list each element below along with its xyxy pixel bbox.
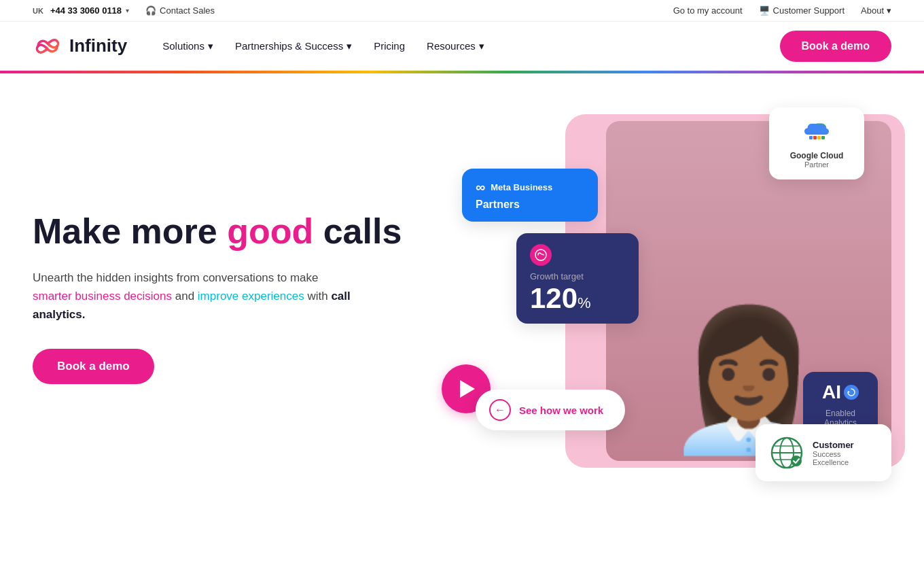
meta-partners-label: Partners bbox=[476, 198, 584, 211]
see-how-label: See how we work bbox=[519, 405, 603, 416]
svg-rect-2 bbox=[817, 136, 821, 139]
hero-section: Make more good calls Unearth the hidden … bbox=[0, 73, 924, 522]
hero-title: Make more good calls bbox=[33, 211, 462, 252]
solutions-chevron-icon: ▾ bbox=[208, 40, 213, 52]
see-how-badge[interactable]: ← See how we work bbox=[476, 390, 625, 430]
hero-book-demo-button[interactable]: Book a demo bbox=[33, 349, 154, 384]
subtitle-link2: improve experiences bbox=[198, 290, 304, 303]
top-bar: UK +44 33 3060 0118 ▾ 🎧 Contact Sales Go… bbox=[0, 0, 924, 22]
subtitle-plain3: with bbox=[304, 290, 332, 303]
ai-top: AI bbox=[813, 381, 868, 403]
support-icon: 🖥️ bbox=[759, 5, 770, 16]
top-bar-right: Go to my account 🖥️ Customer Support Abo… bbox=[673, 5, 891, 16]
nav-left: Infinity Solutions ▾ Partnerships & Succ… bbox=[33, 31, 493, 61]
pricing-label: Pricing bbox=[374, 40, 405, 52]
ai-cycle-icon bbox=[844, 385, 859, 400]
play-icon bbox=[460, 380, 475, 398]
phone-number: +44 33 3060 0118 bbox=[50, 5, 122, 16]
subtitle-plain2: and bbox=[172, 290, 198, 303]
google-cloud-badge: Google Cloud Partner bbox=[769, 107, 864, 179]
customer-title: Customer bbox=[813, 440, 878, 450]
customer-support-link[interactable]: 🖥️ Customer Support bbox=[759, 5, 845, 16]
go-to-account-link[interactable]: Go to my account bbox=[673, 5, 743, 16]
ai-enabled-label: Enabled bbox=[813, 409, 868, 418]
resources-chevron-icon: ▾ bbox=[479, 40, 484, 52]
growth-target-badge: Growth target 120% bbox=[516, 233, 639, 324]
hero-title-end: calls bbox=[313, 211, 402, 251]
logo-icon bbox=[33, 31, 63, 61]
hero-image-container: Google Cloud Partner ∞ Meta Business Par… bbox=[462, 101, 891, 495]
phone-group[interactable]: UK +44 33 3060 0118 ▾ bbox=[33, 5, 129, 16]
partnerships-chevron-icon: ▾ bbox=[346, 40, 352, 52]
about-chevron-icon: ▾ bbox=[887, 5, 891, 16]
pricing-link[interactable]: Pricing bbox=[366, 35, 413, 57]
svg-rect-1 bbox=[813, 136, 817, 139]
contact-sales-link[interactable]: 🎧 Contact Sales bbox=[145, 5, 215, 16]
nav-book-demo-button[interactable]: Book a demo bbox=[780, 31, 891, 62]
svg-rect-0 bbox=[809, 136, 813, 139]
google-cloud-logo bbox=[800, 118, 834, 145]
hero-right: Google Cloud Partner ∞ Meta Business Par… bbox=[462, 101, 891, 495]
svg-rect-3 bbox=[821, 136, 825, 139]
about-menu[interactable]: About ▾ bbox=[861, 5, 891, 16]
ai-text: AI bbox=[822, 381, 841, 403]
resources-label: Resources bbox=[427, 40, 476, 52]
svg-point-11 bbox=[791, 456, 802, 466]
partnerships-label: Partnerships & Success bbox=[235, 40, 343, 52]
solutions-label: Solutions bbox=[162, 40, 205, 52]
svg-point-4 bbox=[535, 250, 546, 260]
top-bar-left: UK +44 33 3060 0118 ▾ 🎧 Contact Sales bbox=[33, 5, 215, 16]
google-cloud-title: Google Cloud bbox=[783, 151, 851, 160]
growth-percent: % bbox=[578, 294, 591, 311]
customer-sub: Success Excellence bbox=[813, 450, 878, 466]
phone-chevron-icon: ▾ bbox=[126, 7, 129, 14]
hero-subtitle: Unearth the hidden insights from convers… bbox=[33, 269, 359, 324]
growth-label: Growth target bbox=[530, 271, 625, 281]
see-how-arrow-icon: ← bbox=[489, 399, 511, 421]
main-nav: Infinity Solutions ▾ Partnerships & Succ… bbox=[0, 22, 924, 71]
hero-left: Make more good calls Unearth the hidden … bbox=[33, 211, 462, 383]
google-cloud-sub: Partner bbox=[783, 160, 851, 169]
nav-links: Solutions ▾ Partnerships & Success ▾ Pri… bbox=[154, 35, 493, 58]
svg-marker-5 bbox=[848, 391, 850, 393]
customer-success-badge: Customer Success Excellence bbox=[756, 424, 891, 481]
resources-menu[interactable]: Resources ▾ bbox=[419, 35, 493, 58]
logo-text: Infinity bbox=[69, 35, 127, 56]
growth-icon bbox=[530, 244, 552, 266]
customer-support-label: Customer Support bbox=[773, 5, 845, 16]
hero-title-highlight: good bbox=[227, 211, 313, 251]
headset-icon: 🎧 bbox=[145, 5, 156, 16]
logo[interactable]: Infinity bbox=[33, 31, 127, 61]
customer-text: Customer Success Excellence bbox=[813, 440, 878, 466]
growth-number-value: 120 bbox=[530, 282, 578, 314]
meta-badge: ∞ Meta Business Partners bbox=[462, 169, 598, 222]
about-label: About bbox=[861, 5, 884, 16]
solutions-menu[interactable]: Solutions ▾ bbox=[154, 35, 221, 58]
meta-business-label: Meta Business bbox=[491, 182, 552, 192]
meta-infinity-icon: ∞ bbox=[476, 179, 485, 195]
customer-globe-icon bbox=[769, 435, 804, 470]
growth-number: 120% bbox=[530, 284, 625, 313]
subtitle-link1: smarter business decisions bbox=[33, 290, 172, 303]
meta-header: ∞ Meta Business bbox=[476, 179, 584, 195]
partnerships-menu[interactable]: Partnerships & Success ▾ bbox=[227, 35, 360, 58]
hero-title-start: Make more bbox=[33, 211, 227, 251]
subtitle-plain1: Unearth the hidden insights from convers… bbox=[33, 271, 319, 284]
country-label: UK bbox=[33, 7, 43, 15]
contact-sales-label: Contact Sales bbox=[160, 5, 215, 16]
